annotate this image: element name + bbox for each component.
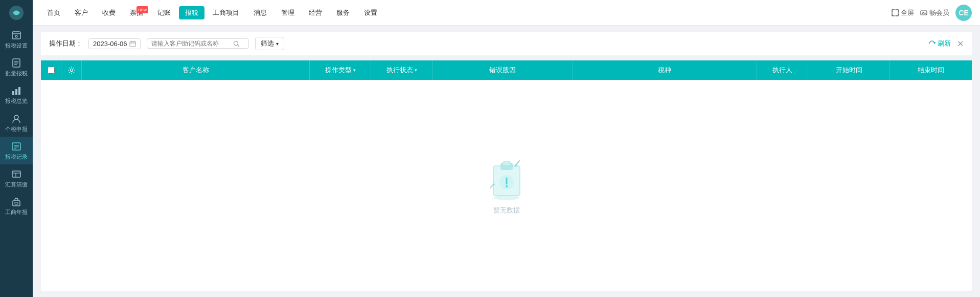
reconciliation-icon: [11, 168, 22, 180]
tax-overview-icon: [11, 85, 22, 96]
sidebar-item-label: 批量报税: [5, 70, 28, 77]
table-header: 客户名称 操作类型 ▾ 执行状态 ▾ 错误股因 税种 执行人: [41, 60, 972, 80]
sidebar-item-label: 工商年报: [5, 209, 28, 216]
svg-rect-16: [12, 171, 20, 177]
svg-rect-36: [503, 161, 511, 165]
svg-point-30: [234, 41, 238, 45]
th-taxtype: 税种: [573, 60, 757, 80]
sidebar-item-batch-tax[interactable]: 批量报税: [0, 53, 33, 81]
svg-rect-10: [18, 87, 20, 95]
nav-invoice[interactable]: 票据 new: [124, 6, 149, 19]
sidebar-item-tax-overview[interactable]: 报税总览: [0, 81, 33, 109]
table-container: 客户名称 操作类型 ▾ 执行状态 ▾ 错误股因 税种 执行人: [41, 60, 972, 291]
toolbar-right: 刷新 ✕: [928, 39, 964, 49]
sidebar-item-label: 报税记录: [5, 154, 28, 160]
date-picker[interactable]: 2023-06-06: [88, 38, 141, 49]
date-value: 2023-06-06: [93, 40, 127, 48]
svg-rect-9: [15, 89, 17, 95]
annual-report-icon: [11, 196, 22, 207]
fullscreen-label: 全屏: [901, 8, 914, 17]
svg-rect-19: [13, 201, 20, 206]
nav-messages[interactable]: 消息: [247, 6, 273, 19]
member-btn[interactable]: 畅会员: [920, 8, 949, 17]
tax-records-icon: [11, 141, 22, 152]
th-executor: 执行人: [757, 60, 808, 80]
th-checkbox[interactable]: [41, 60, 61, 80]
nav-items: 首页 客户 收费 票据 new 记账 报税 工商项目 消息 管理 经营 服务 设…: [41, 6, 892, 19]
nav-operations[interactable]: 经营: [303, 6, 328, 19]
date-label: 操作日期：: [49, 39, 82, 48]
svg-point-39: [506, 185, 508, 187]
sidebar-item-tax-records[interactable]: 报税记录: [0, 137, 33, 164]
th-endtime: 结束时间: [890, 60, 972, 80]
sort-icon: ▾: [353, 68, 356, 73]
filter-button[interactable]: 筛选 ▾: [255, 37, 284, 50]
nav-home[interactable]: 首页: [41, 6, 66, 19]
user-avatar[interactable]: CE: [955, 5, 972, 21]
svg-line-31: [237, 45, 239, 47]
new-badge: new: [136, 6, 148, 13]
filter-arrow-icon: ▾: [276, 41, 279, 47]
svg-point-11: [14, 115, 18, 119]
th-client: 客户名称: [82, 60, 310, 80]
nav-management[interactable]: 管理: [275, 6, 301, 19]
batch-tax-icon: [11, 57, 22, 69]
refresh-label: 刷新: [938, 39, 951, 48]
member-label: 畅会员: [929, 8, 949, 17]
nav-tax[interactable]: 报税: [179, 6, 204, 19]
nav-client[interactable]: 客户: [69, 6, 94, 19]
nav-settings[interactable]: 设置: [358, 6, 383, 19]
empty-state: 暂无数据: [486, 156, 527, 215]
personal-tax-icon: [11, 113, 22, 124]
th-errorreason: 错误股因: [432, 60, 573, 80]
sidebar-item-reconciliation[interactable]: 汇算清缴: [0, 164, 33, 192]
nav-bookkeeping[interactable]: 记账: [151, 6, 177, 19]
filter-label: 筛选: [261, 39, 274, 48]
empty-text: 暂无数据: [493, 206, 520, 215]
svg-rect-12: [12, 143, 20, 150]
select-all-checkbox[interactable]: [48, 67, 55, 74]
sort-icon: ▾: [415, 68, 417, 73]
svg-point-3: [15, 35, 17, 37]
svg-line-40: [516, 161, 519, 165]
nav-billing[interactable]: 收费: [96, 6, 122, 19]
refresh-button[interactable]: 刷新: [928, 39, 951, 48]
toolbar: 操作日期： 2023-06-06 筛选 ▾: [41, 32, 972, 55]
sidebar-item-tax-settings[interactable]: 报税设置: [0, 26, 33, 53]
svg-point-23: [922, 12, 924, 13]
main-area: 首页 客户 收费 票据 new 记账 报税 工商项目 消息 管理 经营 服务 设…: [33, 0, 980, 297]
tax-settings-icon: [11, 30, 22, 41]
sidebar-item-personal-tax[interactable]: 个税申报: [0, 109, 33, 137]
sidebar-item-label: 报税设置: [5, 43, 28, 49]
sidebar: 报税设置 批量报税 报税总览: [0, 0, 33, 297]
th-gear: [61, 60, 82, 80]
sidebar-item-label: 汇算清缴: [5, 181, 28, 188]
sidebar-logo: [0, 0, 33, 26]
svg-rect-20: [15, 202, 18, 204]
sidebar-item-annual-report[interactable]: 工商年报: [0, 192, 33, 220]
empty-illustration: [486, 156, 527, 202]
svg-point-32: [70, 69, 73, 72]
table-body: 暂无数据: [41, 80, 972, 291]
svg-rect-26: [130, 41, 135, 47]
nav-services[interactable]: 服务: [330, 6, 356, 19]
content: 操作日期： 2023-06-06 筛选 ▾: [33, 26, 980, 297]
search-input[interactable]: [151, 40, 233, 47]
th-starttime: 开始时间: [808, 60, 890, 80]
fullscreen-btn[interactable]: 全屏: [892, 8, 914, 17]
th-execstate[interactable]: 执行状态 ▾: [371, 60, 432, 80]
svg-rect-8: [12, 91, 14, 95]
svg-rect-21: [892, 10, 898, 16]
search-box[interactable]: [147, 38, 249, 49]
topnav: 首页 客户 收费 票据 new 记账 报税 工商项目 消息 管理 经营 服务 设…: [33, 0, 980, 26]
topnav-right: 全屏 畅会员 CE: [892, 5, 972, 21]
th-optype[interactable]: 操作类型 ▾: [310, 60, 371, 80]
sidebar-item-label: 报税总览: [5, 98, 28, 104]
sidebar-item-label: 个税申报: [5, 126, 28, 133]
close-button[interactable]: ✕: [957, 39, 964, 49]
nav-business[interactable]: 工商项目: [207, 6, 245, 19]
